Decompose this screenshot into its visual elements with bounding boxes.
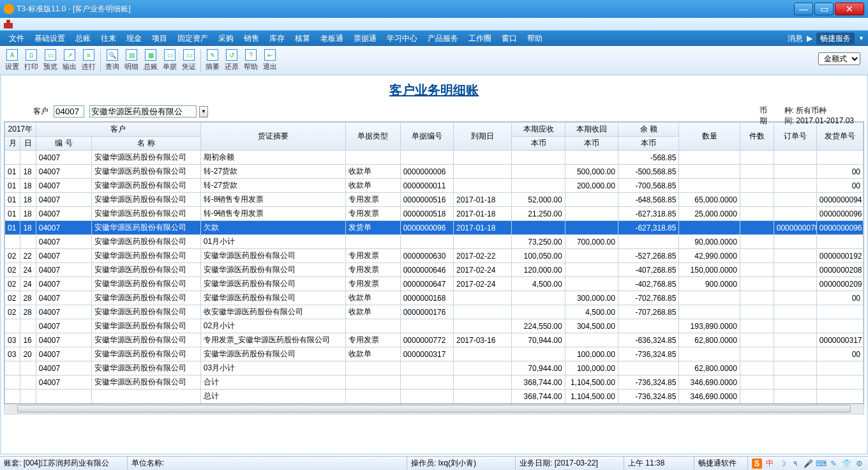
toolbar-预览[interactable]: ▭预览 (41, 48, 60, 73)
menu-销售[interactable]: 销售 (239, 33, 264, 44)
toolbar: A设置⎙打印▭预览↗输出≡连打🔍查询▤明细▦总账▭单据▭凭证✎摘要↺还原?帮助⇤… (0, 46, 868, 75)
menu-项目[interactable]: 项目 (147, 33, 172, 44)
menu-总账[interactable]: 总账 (70, 33, 96, 44)
toolbar-设置[interactable]: A设置 (3, 48, 22, 73)
window-title: T3-标准版11.0 - [客户业务明细账] (17, 4, 794, 15)
app-toolbar-strip (0, 18, 868, 31)
toolbar-凭证[interactable]: ▭凭证 (179, 48, 198, 73)
menu-采购[interactable]: 采购 (213, 33, 239, 44)
toolbar-输出[interactable]: ↗输出 (60, 48, 79, 73)
toolbar-帮助[interactable]: ?帮助 (241, 48, 260, 73)
连打-icon: ≡ (83, 49, 94, 61)
menu-service[interactable]: 畅捷服务 (816, 33, 855, 45)
输出-icon: ↗ (64, 49, 75, 61)
minimize-button[interactable]: — (794, 3, 813, 15)
toolbar-单据[interactable]: ▭单据 (160, 48, 179, 73)
toolbar-还原[interactable]: ↺还原 (222, 48, 241, 73)
menu-学习中心[interactable]: 学习中心 (382, 33, 423, 44)
toolbar-打印[interactable]: ⎙打印 (22, 48, 41, 73)
menu-窗口[interactable]: 窗口 (497, 33, 522, 44)
menu-bar: 文件基础设置总账往来现金项目固定资产采购销售库存核算老板通票据通学习中心产品服务… (0, 31, 868, 46)
menu-固定资产[interactable]: 固定资产 (172, 33, 213, 44)
toolbar-连打[interactable]: ≡连打 (79, 48, 98, 73)
flag-icon: ▶ (807, 34, 812, 43)
menu-现金[interactable]: 现金 (121, 33, 147, 44)
单据-icon: ▭ (164, 49, 176, 61)
menu-往来[interactable]: 往来 (96, 33, 121, 44)
maximize-button[interactable]: ▭ (814, 3, 834, 15)
plug-icon[interactable] (4, 20, 13, 29)
close-button[interactable]: ✕ (835, 3, 864, 15)
menu-文件[interactable]: 文件 (4, 33, 29, 44)
还原-icon: ↺ (226, 49, 237, 61)
window-titlebar: T3-标准版11.0 - [客户业务明细账] — ▭ ✕ (0, 0, 868, 18)
menu-帮助[interactable]: 帮助 (522, 33, 548, 44)
打印-icon: ⎙ (26, 49, 37, 61)
查询-icon: 🔍 (107, 49, 118, 61)
toolbar-总账[interactable]: ▦总账 (141, 48, 160, 73)
menu-核算[interactable]: 核算 (290, 33, 315, 44)
预览-icon: ▭ (45, 49, 56, 61)
menu-messages[interactable]: 消息 (788, 33, 803, 44)
toolbar-查询[interactable]: 🔍查询 (103, 48, 122, 73)
dropdown-icon[interactable]: ▼ (858, 35, 864, 42)
摘要-icon: ✎ (207, 49, 218, 61)
toolbar-摘要[interactable]: ✎摘要 (203, 48, 222, 73)
menu-票据通[interactable]: 票据通 (348, 33, 382, 44)
设置-icon: A (6, 49, 18, 61)
总账-icon: ▦ (145, 49, 156, 61)
menu-库存[interactable]: 库存 (264, 33, 290, 44)
app-icon (4, 4, 14, 14)
凭证-icon: ▭ (183, 49, 195, 61)
帮助-icon: ? (245, 49, 257, 61)
明细-icon: ▤ (126, 49, 137, 61)
退出-icon: ⇤ (264, 49, 276, 61)
menu-老板通[interactable]: 老板通 (315, 33, 348, 44)
menu-工作圈[interactable]: 工作圈 (463, 33, 497, 44)
menu-基础设置[interactable]: 基础设置 (29, 33, 70, 44)
toolbar-明细[interactable]: ▤明细 (122, 48, 141, 73)
menu-产品服务[interactable]: 产品服务 (423, 33, 463, 44)
amount-mode-select[interactable]: 金额式 (818, 52, 860, 65)
toolbar-退出[interactable]: ⇤退出 (260, 48, 280, 73)
